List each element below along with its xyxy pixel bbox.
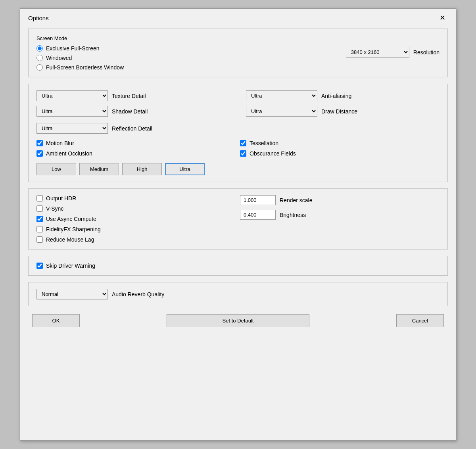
graphics-section: UltraHighMediumLow Texture Detail UltraH… <box>28 84 448 182</box>
reduce-mouse-lag-label: Reduce Mouse Lag <box>46 236 94 243</box>
render-scale-row: Render scale <box>240 195 440 205</box>
quality-high-button[interactable]: High <box>122 163 162 175</box>
tessellation-label: Tessellation <box>250 140 278 146</box>
render-scale-input[interactable] <box>240 195 276 205</box>
screen-mode-content: Exclusive Full-Screen Windowed Full-Scre… <box>36 45 440 71</box>
skip-driver-warning-checkbox[interactable]: Skip Driver Warning <box>36 263 440 269</box>
vsync-label: V-Sync <box>46 205 63 212</box>
output-hdr-input[interactable] <box>36 195 43 201</box>
ambient-occlusion-label: Ambient Occlusion <box>46 150 92 157</box>
set-to-default-button[interactable]: Set to Default <box>167 314 309 327</box>
ambient-occlusion-input[interactable] <box>36 150 43 157</box>
screen-mode-right: 3840 x 2160 2560 x 1440 1920 x 1080 1280… <box>346 45 440 58</box>
resolution-label: Resolution <box>413 49 440 56</box>
fidelityfx-label: FidelityFX Sharpening <box>46 226 101 232</box>
tessellation-input[interactable] <box>240 140 246 146</box>
vsync-input[interactable] <box>36 205 43 212</box>
texture-detail-label: Texture Detail <box>112 93 146 99</box>
draw-distance-row: UltraHighMediumLow Draw Distance <box>246 106 440 117</box>
anti-aliasing-select[interactable]: UltraHighMediumLow <box>246 90 317 101</box>
obscurance-fields-input[interactable] <box>240 150 246 157</box>
quality-low-button[interactable]: Low <box>36 163 76 175</box>
reduce-mouse-lag-checkbox[interactable]: Reduce Mouse Lag <box>36 236 236 243</box>
title-bar: Options ✕ <box>28 13 448 22</box>
anti-aliasing-row: UltraHighMediumLow Anti-aliasing <box>246 90 440 101</box>
quality-buttons-group: Low Medium High Ultra <box>36 163 440 175</box>
tessellation-checkbox[interactable]: Tessellation <box>240 140 440 146</box>
advanced-right: Render scale Brightness <box>240 195 440 243</box>
radio-borderless-label: Full-Screen Borderless Window <box>46 64 124 71</box>
draw-distance-label: Draw Distance <box>321 108 357 115</box>
brightness-label: Brightness <box>280 212 306 218</box>
radio-borderless-input[interactable] <box>36 64 43 71</box>
brightness-row: Brightness <box>240 210 440 220</box>
ambient-occlusion-checkbox[interactable]: Ambient Occlusion <box>36 150 236 157</box>
output-hdr-checkbox[interactable]: Output HDR <box>36 195 236 201</box>
async-compute-label: Use Async Compute <box>46 216 96 222</box>
draw-distance-select[interactable]: UltraHighMediumLow <box>246 106 317 117</box>
brightness-input[interactable] <box>240 210 276 220</box>
screen-mode-label: Screen Mode <box>36 35 440 41</box>
motion-blur-input[interactable] <box>36 140 43 146</box>
options-dialog: Options ✕ Screen Mode Exclusive Full-Scr… <box>20 8 456 441</box>
reflection-detail-row: UltraHighMediumLow Reflection Detail <box>36 123 440 134</box>
close-button[interactable]: ✕ <box>437 13 448 22</box>
advanced-grid: Output HDR V-Sync Use Async Compute Fide… <box>36 195 440 243</box>
reduce-mouse-lag-input[interactable] <box>36 236 43 243</box>
motion-blur-label: Motion Blur <box>46 140 74 146</box>
render-scale-label: Render scale <box>280 197 313 203</box>
screen-mode-left: Exclusive Full-Screen Windowed Full-Scre… <box>36 45 124 71</box>
radio-borderless[interactable]: Full-Screen Borderless Window <box>36 64 124 71</box>
skip-driver-warning-input[interactable] <box>36 263 43 269</box>
resolution-select[interactable]: 3840 x 2160 2560 x 1440 1920 x 1080 1280… <box>346 47 409 58</box>
advanced-left: Output HDR V-Sync Use Async Compute Fide… <box>36 195 236 243</box>
quality-ultra-button[interactable]: Ultra <box>165 163 205 175</box>
fidelityfx-checkbox[interactable]: FidelityFX Sharpening <box>36 226 236 232</box>
texture-detail-row: UltraHighMediumLow Texture Detail <box>36 90 230 101</box>
graphics-checkboxes: Motion Blur Tessellation Ambient Occlusi… <box>36 140 440 157</box>
cancel-button[interactable]: Cancel <box>396 314 444 327</box>
radio-exclusive[interactable]: Exclusive Full-Screen <box>36 45 124 52</box>
graphics-grid: UltraHighMediumLow Texture Detail UltraH… <box>36 90 440 117</box>
obscurance-fields-checkbox[interactable]: Obscurance Fields <box>240 150 440 157</box>
radio-windowed-label: Windowed <box>46 55 72 61</box>
quality-medium-button[interactable]: Medium <box>79 163 119 175</box>
audio-section: Low Normal High Ultra Audio Reverb Quali… <box>28 282 448 306</box>
audio-row: Low Normal High Ultra Audio Reverb Quali… <box>36 289 440 299</box>
ok-button[interactable]: OK <box>32 314 80 327</box>
texture-detail-select[interactable]: UltraHighMediumLow <box>36 90 108 101</box>
advanced-section: Output HDR V-Sync Use Async Compute Fide… <box>28 188 448 249</box>
screen-mode-section: Screen Mode Exclusive Full-Screen Window… <box>28 29 448 77</box>
reflection-detail-label: Reflection Detail <box>112 125 152 132</box>
radio-exclusive-input[interactable] <box>36 45 43 52</box>
fidelityfx-input[interactable] <box>36 226 43 232</box>
output-hdr-label: Output HDR <box>46 195 76 201</box>
async-compute-checkbox[interactable]: Use Async Compute <box>36 216 236 222</box>
audio-reverb-select[interactable]: Low Normal High Ultra <box>36 289 108 299</box>
vsync-checkbox[interactable]: V-Sync <box>36 205 236 212</box>
shadow-detail-row: UltraHighMediumLow Shadow Detail <box>36 106 230 117</box>
driver-section: Skip Driver Warning <box>28 256 448 276</box>
radio-windowed-input[interactable] <box>36 55 43 61</box>
motion-blur-checkbox[interactable]: Motion Blur <box>36 140 236 146</box>
audio-reverb-label: Audio Reverb Quality <box>112 291 164 297</box>
anti-aliasing-label: Anti-aliasing <box>321 93 351 99</box>
shadow-detail-label: Shadow Detail <box>112 108 148 115</box>
obscurance-fields-label: Obscurance Fields <box>250 150 296 157</box>
dialog-title: Options <box>28 15 49 21</box>
async-compute-input[interactable] <box>36 216 43 222</box>
shadow-detail-select[interactable]: UltraHighMediumLow <box>36 106 108 117</box>
reflection-detail-select[interactable]: UltraHighMediumLow <box>36 123 108 134</box>
bottom-bar: OK Set to Default Cancel <box>28 314 448 327</box>
radio-exclusive-label: Exclusive Full-Screen <box>46 45 100 52</box>
skip-driver-warning-label: Skip Driver Warning <box>46 263 95 269</box>
radio-windowed[interactable]: Windowed <box>36 55 124 61</box>
